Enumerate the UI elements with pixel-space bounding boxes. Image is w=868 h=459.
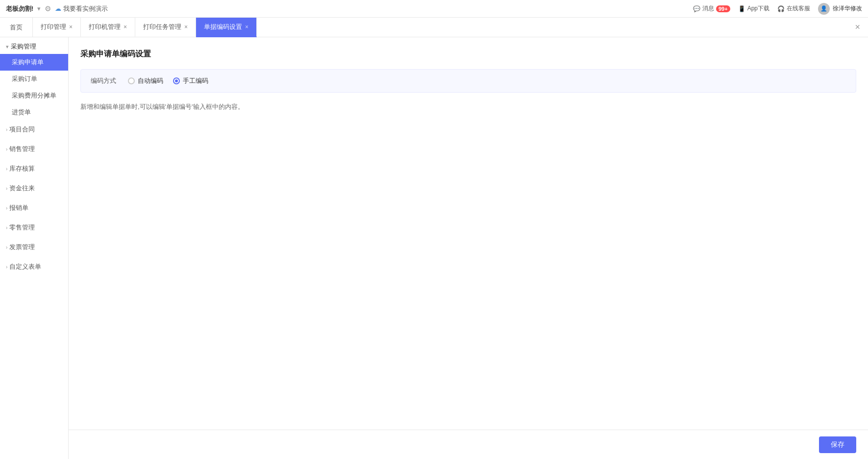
sidebar-item-retail[interactable]: › 零售管理 (0, 219, 68, 236)
radio-auto-label: 自动编码 (138, 76, 163, 85)
message-label: 消息 (702, 4, 714, 13)
sidebar-item-expense[interactable]: › 报销单 (0, 199, 68, 217)
encoding-section: 编码方式 自动编码 手工编码 (80, 69, 856, 93)
hint-text: 新增和编辑单据单时,可以编辑'单据编号'输入框中的内容。 (80, 102, 856, 111)
sidebar-item-purchase-order[interactable]: 采购订单 (0, 71, 68, 87)
page-title: 采购申请单编码设置 (80, 49, 856, 59)
sidebar-item-purchase-expense-split[interactable]: 采购费用分摊单 (0, 87, 68, 104)
sidebar-group-inventory: › 库存核算 (0, 160, 68, 178)
logo-text: 老板勿割! (6, 4, 33, 13)
tab-print-management[interactable]: 打印管理 × (33, 18, 81, 37)
chevron-right-icon: › (6, 186, 7, 191)
tab-print-task-management[interactable]: 打印任务管理 × (135, 18, 196, 37)
sidebar-item-goods-receipt[interactable]: 进货单 (0, 104, 68, 121)
sidebar: ▾ 采购管理 采购申请单 采购订单 采购费用分摊单 进货单 › 项目合同 › 销… (0, 37, 69, 459)
user-name: 徐泽华修改 (833, 4, 862, 13)
chevron-right-icon: › (6, 264, 7, 270)
radio-manual-circle[interactable] (173, 77, 180, 84)
tab-home[interactable]: 首页 (0, 18, 33, 37)
app-download-label: App下载 (747, 4, 769, 13)
dropdown-arrow-icon[interactable]: ▾ (37, 5, 41, 12)
message-button[interactable]: 💬 消息 99+ (693, 4, 730, 13)
sidebar-item-purchase-request[interactable]: 采购申请单 (0, 54, 68, 71)
demo-link-text: 我要看实例演示 (63, 4, 108, 13)
user-info[interactable]: 👤 徐泽华修改 (818, 3, 862, 15)
content-area: 采购申请单编码设置 编码方式 自动编码 手工编码 新增和编辑单据单时,可以编辑'… (69, 37, 868, 459)
radio-manual-label: 手工编码 (183, 76, 208, 85)
avatar: 👤 (818, 3, 830, 15)
sidebar-group-custom-form: › 自定义表单 (0, 258, 68, 276)
radio-group: 自动编码 手工编码 (128, 76, 208, 85)
radio-auto-circle[interactable] (128, 77, 135, 84)
top-bar: 老板勿割! ▾ ⚙ ☁ 我要看实例演示 💬 消息 99+ 📱 App下载 🎧 在… (0, 0, 868, 18)
tab-printer-management[interactable]: 打印机管理 × (81, 18, 135, 37)
radio-manual-encoding[interactable]: 手工编码 (173, 76, 208, 85)
tab-close-icon[interactable]: × (124, 24, 127, 30)
tab-close-icon[interactable]: × (69, 24, 73, 30)
sidebar-purchase-mgmt-label: 采购管理 (11, 42, 36, 51)
chevron-right-icon: › (6, 166, 7, 172)
tab-close-icon[interactable]: × (245, 24, 248, 30)
cloud-icon: ☁ (55, 5, 61, 12)
message-icon: 💬 (693, 5, 700, 12)
app-download-button[interactable]: 📱 App下载 (738, 4, 769, 13)
sidebar-item-project-contract[interactable]: › 项目合同 (0, 121, 68, 138)
online-support-button[interactable]: 🎧 在线客服 (777, 4, 810, 13)
sidebar-purchase-mgmt-header[interactable]: ▾ 采购管理 (0, 37, 68, 54)
sidebar-group-project-contract: › 项目合同 (0, 121, 68, 138)
online-support-label: 在线客服 (787, 4, 810, 13)
sidebar-item-invoice[interactable]: › 发票管理 (0, 238, 68, 256)
content-footer: 保存 (69, 430, 868, 459)
tab-close-icon[interactable]: × (184, 24, 188, 30)
top-bar-right: 💬 消息 99+ 📱 App下载 🎧 在线客服 👤 徐泽华修改 (693, 3, 862, 15)
sidebar-group-sales-mgmt: › 销售管理 (0, 140, 68, 158)
sidebar-group-expense: › 报销单 (0, 199, 68, 217)
sidebar-item-capital[interactable]: › 资金往来 (0, 179, 68, 197)
top-bar-left: 老板勿割! ▾ ⚙ ☁ 我要看实例演示 (6, 4, 108, 13)
tab-document-code-settings[interactable]: 单据编码设置 × (196, 18, 257, 37)
tab-bar: 首页 打印管理 × 打印机管理 × 打印任务管理 × 单据编码设置 × × (0, 18, 868, 37)
save-button[interactable]: 保存 (819, 436, 856, 453)
sidebar-group-invoice: › 发票管理 (0, 238, 68, 256)
encoding-label: 编码方式 (91, 76, 116, 85)
chevron-right-icon: › (6, 205, 7, 211)
chevron-down-icon: ▾ (6, 44, 9, 50)
headset-icon: 🎧 (777, 5, 785, 12)
gear-icon[interactable]: ⚙ (45, 4, 51, 13)
sidebar-item-custom-form[interactable]: › 自定义表单 (0, 258, 68, 276)
chevron-right-icon: › (6, 245, 7, 250)
chevron-right-icon: › (6, 225, 7, 230)
chevron-right-icon: › (6, 147, 7, 152)
tab-bar-close-button[interactable]: × (847, 22, 868, 32)
message-badge: 99+ (716, 5, 730, 12)
sidebar-item-sales-mgmt[interactable]: › 销售管理 (0, 140, 68, 158)
sidebar-item-inventory[interactable]: › 库存核算 (0, 160, 68, 178)
sidebar-group-retail: › 零售管理 (0, 219, 68, 236)
content-inner: 采购申请单编码设置 编码方式 自动编码 手工编码 新增和编辑单据单时,可以编辑'… (69, 37, 868, 430)
demo-link[interactable]: ☁ 我要看实例演示 (55, 4, 108, 13)
phone-icon: 📱 (738, 5, 745, 12)
radio-auto-encoding[interactable]: 自动编码 (128, 76, 163, 85)
chevron-right-icon: › (6, 127, 7, 132)
main-layout: ▾ 采购管理 采购申请单 采购订单 采购费用分摊单 进货单 › 项目合同 › 销… (0, 37, 868, 459)
sidebar-group-capital: › 资金往来 (0, 179, 68, 197)
